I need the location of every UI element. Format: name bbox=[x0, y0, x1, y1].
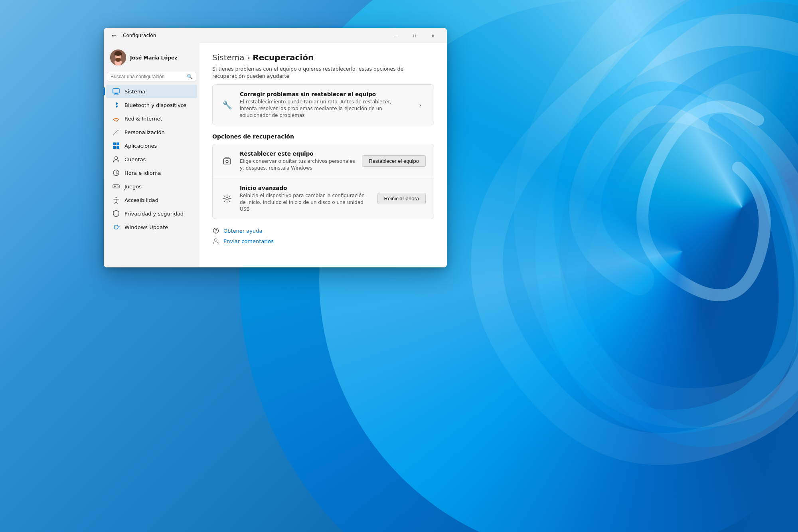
fix-icon: 🔧 bbox=[221, 99, 233, 111]
fix-card-text: Corregir problemas sin restablecer el eq… bbox=[240, 91, 408, 119]
fix-card-action: › bbox=[415, 99, 426, 111]
ayuda-icon bbox=[212, 227, 219, 234]
sidebar-item-privacidad[interactable]: Privacidad y seguridad bbox=[106, 207, 197, 220]
fix-card: 🔧 Corregir problemas sin restablecer el … bbox=[212, 84, 434, 125]
svg-point-25 bbox=[226, 198, 228, 200]
sidebar-item-bluetooth[interactable]: Bluetooth y dispositivos bbox=[106, 98, 197, 112]
breadcrumb-current: Recuperación bbox=[253, 53, 314, 62]
juegos-icon bbox=[113, 183, 120, 190]
privacidad-icon bbox=[113, 210, 120, 217]
window-content: José María López 🔍 SistemaBluetooth y di… bbox=[104, 43, 447, 267]
footer-link-ayuda[interactable]: Obtener ayuda bbox=[212, 227, 434, 234]
inicio-action: Reiniciar ahora bbox=[377, 193, 426, 204]
inicio-desc: Reinicia el dispositivo para cambiar la … bbox=[240, 192, 371, 212]
fix-card-desc: El restablecimiento puede tardar un rato… bbox=[240, 99, 408, 119]
inicio-button[interactable]: Reiniciar ahora bbox=[377, 193, 426, 204]
comentarios-icon bbox=[212, 237, 219, 245]
sistema-icon bbox=[113, 88, 120, 95]
cuentas-icon bbox=[113, 156, 120, 163]
fix-card-chevron[interactable]: › bbox=[415, 99, 426, 111]
sidebar-item-aplicaciones[interactable]: Aplicaciones bbox=[106, 139, 197, 152]
sidebar-item-juegos[interactable]: Juegos bbox=[106, 180, 197, 193]
inicio-text: Inicio avanzado Reinicia el dispositivo … bbox=[240, 185, 371, 212]
svg-rect-15 bbox=[117, 146, 119, 149]
sidebar-label-hora: Hora e idioma bbox=[124, 170, 161, 176]
svg-point-16 bbox=[115, 157, 118, 160]
inicio-title: Inicio avanzado bbox=[240, 185, 371, 191]
sidebar-item-personalizacion[interactable]: Personalización bbox=[106, 125, 197, 139]
personalizacion-icon bbox=[113, 129, 120, 136]
svg-point-10 bbox=[116, 121, 117, 122]
breadcrumb-parent: Sistema bbox=[212, 53, 245, 62]
recovery-item-inicio: Inicio avanzado Reinicia el dispositivo … bbox=[213, 178, 434, 219]
svg-rect-9 bbox=[114, 94, 119, 95]
sidebar-label-juegos: Juegos bbox=[124, 184, 142, 190]
aplicaciones-icon bbox=[113, 142, 120, 149]
svg-rect-5 bbox=[115, 53, 122, 55]
search-input[interactable] bbox=[111, 74, 184, 79]
svg-point-20 bbox=[118, 186, 119, 187]
comentarios-label: Enviar comentarios bbox=[223, 238, 274, 244]
search-box[interactable]: 🔍 bbox=[107, 72, 196, 81]
window-title: Configuración bbox=[123, 33, 387, 38]
sidebar-item-update[interactable]: Windows Update bbox=[106, 220, 197, 234]
sidebar-label-update: Windows Update bbox=[124, 224, 168, 230]
sidebar-item-hora[interactable]: Hora e idioma bbox=[106, 166, 197, 180]
svg-rect-12 bbox=[113, 142, 116, 145]
svg-point-6 bbox=[115, 58, 121, 62]
svg-rect-7 bbox=[113, 89, 119, 93]
bluetooth-icon bbox=[113, 101, 120, 109]
svg-point-19 bbox=[117, 186, 118, 186]
sidebar-label-accesibilidad: Accesibilidad bbox=[124, 197, 158, 203]
back-button[interactable]: ← bbox=[109, 30, 120, 41]
sidebar-label-bluetooth: Bluetooth y dispositivos bbox=[124, 102, 186, 108]
svg-rect-14 bbox=[113, 146, 116, 149]
sidebar-item-sistema[interactable]: Sistema bbox=[106, 85, 197, 98]
restablecer-title: Restablecer este equipo bbox=[240, 150, 356, 157]
sidebar-label-aplicaciones: Aplicaciones bbox=[124, 143, 157, 149]
restablecer-icon bbox=[221, 155, 233, 168]
svg-point-28 bbox=[215, 239, 217, 241]
svg-rect-24 bbox=[225, 158, 229, 159]
breadcrumb: Sistema › Recuperación bbox=[212, 53, 434, 62]
page-header: Sistema › Recuperación Si tienes problem… bbox=[212, 53, 434, 79]
wallpaper-swirl bbox=[439, 0, 798, 532]
nav-list: SistemaBluetooth y dispositivosRed & Int… bbox=[104, 85, 200, 234]
svg-rect-22 bbox=[223, 159, 231, 164]
restablecer-text: Restablecer este equipo Elige conservar … bbox=[240, 150, 356, 172]
user-profile[interactable]: José María López bbox=[104, 46, 200, 72]
sidebar-label-sistema: Sistema bbox=[124, 89, 145, 95]
breadcrumb-separator: › bbox=[247, 53, 253, 62]
svg-point-23 bbox=[226, 160, 228, 162]
sidebar-item-red[interactable]: Red & Internet bbox=[106, 112, 197, 125]
svg-line-11 bbox=[114, 131, 118, 134]
sidebar-item-cuentas[interactable]: Cuentas bbox=[106, 152, 197, 166]
maximize-button[interactable]: □ bbox=[405, 29, 424, 42]
minimize-button[interactable]: — bbox=[387, 29, 405, 42]
footer-links: Obtener ayuda Enviar comentarios bbox=[212, 227, 434, 245]
avatar bbox=[110, 49, 126, 65]
fix-card-title: Corregir problemas sin restablecer el eq… bbox=[240, 91, 408, 97]
page-subtitle: Si tienes problemas con el equipo o quie… bbox=[212, 65, 434, 79]
footer-link-comentarios[interactable]: Enviar comentarios bbox=[212, 237, 434, 245]
ayuda-label: Obtener ayuda bbox=[223, 228, 262, 234]
svg-point-21 bbox=[116, 197, 117, 198]
search-icon: 🔍 bbox=[187, 74, 193, 79]
restablecer-action: Restablecer el equipo bbox=[362, 155, 426, 167]
close-button[interactable]: ✕ bbox=[424, 29, 442, 42]
sidebar-label-red: Red & Internet bbox=[124, 116, 162, 122]
window-controls: — □ ✕ bbox=[387, 29, 442, 42]
svg-point-27 bbox=[215, 232, 216, 233]
user-name: José María López bbox=[130, 55, 178, 61]
accesibilidad-icon bbox=[113, 196, 120, 204]
update-icon bbox=[113, 223, 120, 231]
restablecer-button[interactable]: Restablecer el equipo bbox=[362, 155, 426, 167]
sidebar-label-personalizacion: Personalización bbox=[124, 129, 165, 135]
restablecer-desc: Elige conservar o quitar tus archivos pe… bbox=[240, 158, 356, 172]
settings-window: ← Configuración — □ ✕ bbox=[104, 28, 447, 267]
main-panel: Sistema › Recuperación Si tienes problem… bbox=[200, 43, 447, 267]
fix-card-item[interactable]: 🔧 Corregir problemas sin restablecer el … bbox=[213, 85, 434, 125]
sidebar-label-cuentas: Cuentas bbox=[124, 156, 146, 162]
sidebar-item-accesibilidad[interactable]: Accesibilidad bbox=[106, 193, 197, 207]
inicio-icon bbox=[221, 192, 233, 205]
